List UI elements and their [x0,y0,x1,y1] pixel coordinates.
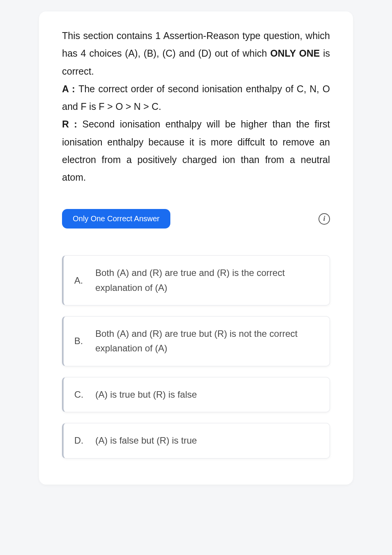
option-text: (A) is false but (R) is true [95,433,197,448]
option-text: (A) is true but (R) is false [95,387,197,402]
option-letter: B. [74,336,95,346]
option-letter: D. [74,435,95,446]
option-c[interactable]: C. (A) is true but (R) is false [62,377,330,412]
option-d[interactable]: D. (A) is false but (R) is true [62,423,330,458]
option-letter: C. [74,389,95,400]
question-card: This section contains 1 Assertion-Reason… [39,11,353,485]
answer-type-badge: Only One Correct Answer [62,209,170,229]
info-icon[interactable]: i [318,213,330,225]
option-a[interactable]: A. Both (A) and (R) are true and (R) is … [62,255,330,305]
reason-text: Second ionisation enthalpy will be highe… [62,119,330,183]
only-one-bold: ONLY ONE [270,48,320,59]
assertion-label: A : [62,83,78,94]
assertion-text: The correct order of second ionisation e… [62,83,330,112]
option-text: Both (A) and (R) are true but (R) is not… [95,326,319,356]
reason-label: R : [62,119,82,129]
badge-row: Only One Correct Answer i [62,209,330,229]
option-text: Both (A) and (R) are true and (R) is the… [95,266,319,295]
option-b[interactable]: B. Both (A) and (R) are true but (R) is … [62,316,330,366]
option-letter: A. [74,275,95,286]
question-text: This section contains 1 Assertion-Reason… [62,27,330,186]
